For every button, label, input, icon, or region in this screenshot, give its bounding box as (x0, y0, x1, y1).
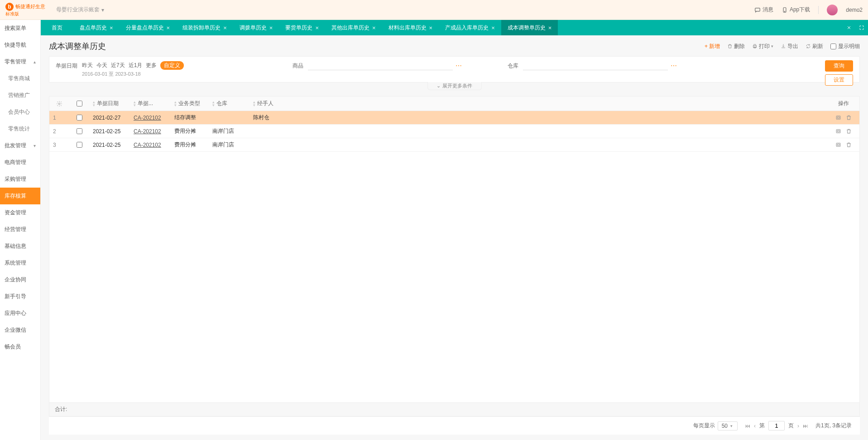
trash-icon[interactable] (846, 115, 852, 121)
sidebar-item[interactable]: 营销推广 (0, 87, 40, 104)
close-icon[interactable]: × (372, 24, 376, 31)
date-quick-tag[interactable]: 今天 (96, 62, 107, 69)
trash-icon[interactable] (846, 128, 852, 134)
ellipsis-icon[interactable]: ⋯ (456, 62, 462, 69)
sidebar-item[interactable]: 快捷导航 (0, 37, 40, 53)
row-checkbox[interactable] (69, 142, 89, 148)
close-icon[interactable]: × (223, 24, 227, 31)
avatar[interactable] (827, 5, 838, 15)
next-page-button[interactable]: › (797, 423, 799, 429)
messages-link[interactable]: 消息 (754, 6, 773, 14)
date-custom-tag[interactable]: 自定义 (160, 61, 184, 70)
sidebar-item[interactable]: 企业微信 (0, 322, 40, 338)
cell-doc-no[interactable]: CA-202102 (130, 115, 171, 121)
cell-doc-no[interactable]: CA-202102 (130, 128, 171, 135)
last-page-button[interactable]: ⏭ (803, 423, 808, 429)
fullscreen-button[interactable] (855, 25, 868, 30)
date-quick-tag[interactable]: 昨天 (82, 62, 93, 69)
table-row[interactable]: 32021-02-25CA-202102费用分摊南岸门店 (49, 138, 859, 152)
refresh-button[interactable]: 刷新 (806, 43, 823, 50)
print-button[interactable]: 打印 ▾ (752, 43, 773, 50)
sidebar-item[interactable]: 资金管理 (0, 204, 40, 221)
tab[interactable]: 组装拆卸单历史× (176, 20, 233, 35)
sidebar: 搜索菜单快捷导航零售管理▴零售商城营销推广会员中心零售统计批发管理▾电商管理采购… (0, 20, 41, 440)
row-checkbox[interactable] (69, 128, 89, 134)
close-icon[interactable]: × (548, 24, 552, 31)
first-page-button[interactable]: ⏮ (745, 423, 750, 429)
query-button[interactable]: 查询 (825, 60, 853, 72)
close-icon[interactable]: × (269, 24, 273, 31)
sort-icon: ▴▾ (134, 101, 136, 107)
sidebar-item[interactable]: 零售管理▴ (0, 53, 40, 70)
tab[interactable]: 其他出库单历史× (325, 20, 382, 35)
header-handler[interactable]: ▴▾经手人 (249, 100, 828, 107)
header-warehouse[interactable]: ▴▾仓库 (209, 100, 249, 107)
close-icon[interactable]: × (429, 24, 433, 31)
table-row[interactable]: 22021-02-25CA-202102费用分摊南岸门店 (49, 125, 859, 138)
close-icon[interactable]: × (315, 24, 319, 31)
ellipsis-icon[interactable]: ⋯ (671, 62, 677, 69)
page-size-selector[interactable]: 每页显示 50 ▾ (693, 421, 738, 430)
sidebar-item[interactable]: 会员中心 (0, 104, 40, 121)
view-icon[interactable] (835, 128, 841, 134)
date-quick-tag[interactable]: 更多 (146, 62, 157, 69)
add-button[interactable]: + 新增 (705, 43, 720, 50)
select-all-checkbox[interactable] (69, 101, 89, 106)
expand-filters-button[interactable]: ⌄展开更多条件 (427, 82, 482, 90)
date-quick-tag[interactable]: 近1月 (129, 62, 143, 69)
header-doc-date[interactable]: ▴▾单据日期 (89, 100, 130, 107)
sidebar-item[interactable]: 畅会员 (0, 338, 40, 355)
page-input[interactable] (768, 421, 785, 430)
account-selector[interactable]: 母婴行业演示账套 ▾ (56, 6, 104, 14)
close-icon[interactable]: × (110, 24, 113, 31)
sidebar-item[interactable]: 搜索菜单 (0, 20, 40, 37)
sidebar-item[interactable]: 企业协同 (0, 271, 40, 288)
close-icon[interactable]: × (167, 24, 170, 31)
tab[interactable]: 成本调整单历史× (501, 20, 558, 35)
sidebar-item[interactable]: 零售统计 (0, 121, 40, 137)
sidebar-item[interactable]: 采购管理 (0, 171, 40, 188)
table-row[interactable]: 12021-02-27CA-202102结存调整陈村仓 (49, 111, 859, 125)
cell-warehouse: 南岸门店 (209, 127, 249, 135)
tab[interactable]: 分量盘点单历史× (120, 20, 177, 35)
sidebar-item[interactable]: 批发管理▾ (0, 137, 40, 154)
view-icon[interactable] (835, 115, 841, 121)
sidebar-item[interactable]: 应用中心 (0, 305, 40, 322)
sidebar-item[interactable]: 新手引导 (0, 288, 40, 305)
tab[interactable]: 要货单历史× (279, 20, 325, 35)
tab[interactable]: 调拨单历史× (233, 20, 279, 35)
data-table: ▴▾单据日期 ▴▾单据... ▴▾业务类型 ▴▾仓库 ▴▾经手人 操作 1202… (49, 96, 860, 416)
view-icon[interactable] (835, 142, 841, 148)
username[interactable]: demo2 (846, 7, 863, 13)
sidebar-item[interactable]: 经营管理 (0, 221, 40, 238)
header-doc-no[interactable]: ▴▾单据... (130, 100, 171, 107)
sidebar-item[interactable]: 系统管理 (0, 255, 40, 271)
header-biz-type[interactable]: ▴▾业务类型 (171, 100, 209, 107)
cell-doc-no[interactable]: CA-202102 (130, 142, 171, 148)
delete-button[interactable]: 删除 (727, 43, 745, 50)
gear-column[interactable] (49, 101, 69, 107)
sidebar-item[interactable]: 基础信息 (0, 238, 40, 255)
export-button[interactable]: 导出 (781, 43, 798, 50)
close-all-tabs-button[interactable] (843, 25, 855, 30)
tab[interactable]: 产成品入库单历史× (439, 20, 501, 35)
date-quick-tag[interactable]: 近7天 (111, 62, 125, 69)
show-detail-toggle[interactable]: 显示明细 (830, 43, 860, 50)
show-detail-checkbox[interactable] (830, 44, 836, 49)
close-icon[interactable]: × (491, 24, 495, 31)
prev-page-button[interactable]: ‹ (754, 423, 756, 429)
warehouse-input[interactable] (523, 61, 668, 70)
cell-ops (828, 115, 859, 121)
tab[interactable]: 首页 (41, 20, 73, 35)
product-input[interactable] (308, 61, 453, 70)
date-range-text: 2016-03-01 至 2023-03-18 (82, 71, 184, 77)
tab[interactable]: 盘点单历史× (73, 20, 120, 35)
sidebar-item[interactable]: 零售商城 (0, 70, 40, 87)
settings-button[interactable]: 设置 (825, 74, 853, 86)
tab[interactable]: 材料出库单历史× (382, 20, 439, 35)
app-download-link[interactable]: App下载 (782, 6, 810, 14)
trash-icon[interactable] (846, 142, 852, 148)
sidebar-item[interactable]: 库存核算 (0, 188, 40, 204)
row-checkbox[interactable] (69, 115, 89, 121)
sidebar-item[interactable]: 电商管理 (0, 154, 40, 171)
